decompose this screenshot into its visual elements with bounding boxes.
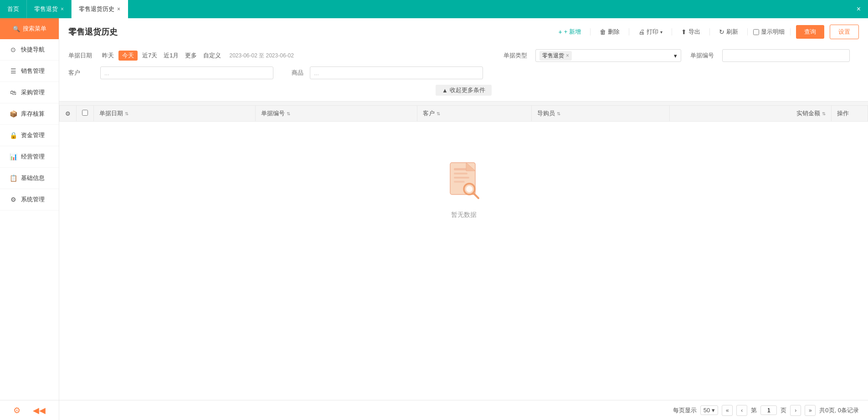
sidebar-item-base-info-label: 基础信息 — [21, 174, 45, 182]
collapse-row: ▲ 收起更多条件 — [68, 84, 859, 99]
sidebar-item-finance-label: 资金管理 — [21, 131, 45, 139]
export-icon: ⬆ — [681, 28, 687, 36]
date-opt-today[interactable]: 今天 — [118, 51, 138, 61]
th-actual-amount[interactable]: 实销金额 ⇅ — [670, 106, 832, 122]
print-label: 打印 — [647, 28, 658, 36]
new-icon: + — [559, 28, 562, 36]
base-info-icon: 📋 — [9, 174, 17, 182]
goods-filter-label: 商品 — [292, 69, 310, 77]
date-opt-custom[interactable]: 自定义 — [201, 51, 223, 61]
voucher-type-select[interactable]: 零售退货 × ▾ — [535, 49, 681, 62]
first-page-button[interactable]: « — [722, 405, 733, 416]
tab-home[interactable]: 首页 — [0, 0, 27, 18]
query-button[interactable]: 查询 — [796, 25, 824, 39]
svg-line-6 — [473, 193, 478, 198]
sort-voucher-no-icon: ⇅ — [287, 111, 290, 116]
divider-4 — [709, 28, 710, 36]
date-opt-more[interactable]: 更多 — [183, 51, 199, 61]
collapse-label: 收起更多条件 — [450, 86, 485, 94]
sidebar-search-button[interactable]: 🔍 搜索菜单 — [0, 18, 59, 39]
th-guide[interactable]: 导购员 ⇅ — [532, 106, 670, 122]
date-opt-yesterday[interactable]: 昨天 — [100, 51, 116, 61]
date-opt-7days[interactable]: 近7天 — [140, 51, 159, 61]
date-opt-1month[interactable]: 近1月 — [162, 51, 180, 61]
prev-page-button[interactable]: ‹ — [736, 405, 747, 416]
th-date[interactable]: 单据日期 ⇅ — [94, 106, 256, 122]
voucher-no-label: 单据编号 — [690, 51, 722, 60]
sort-actual-amount-icon: ⇅ — [822, 111, 826, 116]
filter-row-1: 单据日期 昨天 今天 近7天 近1月 更多 自定义 2023-06-02 至 2… — [68, 49, 859, 62]
sidebar-item-inventory[interactable]: 📦 库存核算 — [0, 103, 59, 125]
sidebar-item-finance[interactable]: 🔒 资金管理 — [0, 125, 59, 146]
sidebar-item-system-mgmt[interactable]: ⚙ 系统管理 — [0, 189, 59, 210]
refresh-button[interactable]: ↻ 刷新 — [715, 26, 742, 38]
sidebar-item-purchase-mgmt[interactable]: 🛍 采购管理 — [0, 82, 59, 103]
date-options: 昨天 今天 近7天 近1月 更多 自定义 2023-06-02 至 2023-0… — [100, 51, 294, 61]
table-header-row: ⚙ 单据日期 ⇅ 单据编号 — [60, 106, 868, 122]
divider-1 — [590, 28, 591, 36]
collapse-button[interactable]: ▲ 收起更多条件 — [436, 85, 492, 96]
tab-retail-return-history-close[interactable]: × — [117, 6, 120, 12]
top-bar-right: × — [857, 5, 868, 13]
sort-guide-icon: ⇅ — [557, 111, 560, 116]
goods-select[interactable]: ... — [310, 67, 483, 79]
date-filter-label: 单据日期 — [68, 51, 100, 60]
sales-mgmt-icon: ☰ — [9, 67, 17, 75]
audio-icon[interactable]: ◀◀ — [33, 405, 46, 415]
print-icon: 🖨 — [638, 28, 645, 36]
export-label: 导出 — [688, 28, 700, 36]
sidebar-item-quick-nav-label: 快捷导航 — [21, 46, 45, 54]
data-table: ⚙ 单据日期 ⇅ 单据编号 — [59, 105, 868, 122]
next-page-button[interactable]: › — [790, 405, 801, 416]
th-customer[interactable]: 客户 ⇅ — [417, 106, 531, 122]
divider-3 — [672, 28, 672, 36]
customer-select[interactable]: ... — [100, 67, 273, 79]
print-button[interactable]: 🖨 打印 ▾ — [635, 26, 666, 38]
export-button[interactable]: ⬆ 导出 — [678, 26, 704, 38]
th-ops: 操作 — [832, 106, 868, 122]
page-title: 零售退货历史 — [68, 26, 118, 37]
delete-icon: 🗑 — [600, 28, 606, 36]
empty-icon — [441, 158, 487, 204]
last-page-button[interactable]: » — [805, 405, 816, 416]
th-settings[interactable]: ⚙ — [60, 106, 77, 122]
delete-button[interactable]: 🗑 删除 — [596, 26, 623, 38]
empty-text: 暂无数据 — [451, 211, 477, 219]
th-checkbox[interactable] — [77, 106, 94, 122]
tab-retail-return-history[interactable]: 零售退货历史 × — [72, 0, 128, 18]
sidebar-item-base-info[interactable]: 📋 基础信息 — [0, 168, 59, 189]
filter-row-2: 客户 ... 商品 ... — [68, 67, 859, 79]
refresh-label: 刷新 — [726, 28, 738, 36]
tab-retail-return[interactable]: 零售退货 × — [27, 0, 72, 18]
select-all-checkbox[interactable] — [82, 110, 88, 116]
sidebar-nav: ⊙ 快捷导航 ☰ 销售管理 🛍 采购管理 📦 库存核算 🔒 资金管理 📊 经 — [0, 39, 59, 400]
voucher-type-tag-close[interactable]: × — [566, 52, 569, 59]
search-icon: 🔍 — [13, 26, 20, 32]
voucher-type-label: 单据类型 — [503, 51, 535, 60]
svg-rect-3 — [454, 177, 469, 179]
page-label: 第 — [751, 406, 757, 415]
system-mgmt-icon: ⚙ — [9, 195, 17, 204]
sidebar-item-quick-nav[interactable]: ⊙ 快捷导航 — [0, 39, 59, 61]
window-close-button[interactable]: × — [857, 5, 861, 13]
tab-retail-return-close[interactable]: × — [61, 6, 64, 12]
page-number-input[interactable] — [760, 405, 777, 415]
content-area: 零售退货历史 + + 新增 🗑 删除 🖨 打印 ▾ — [59, 18, 868, 420]
new-button[interactable]: + + 新增 — [555, 26, 585, 38]
filter-area: 单据日期 昨天 今天 近7天 近1月 更多 自定义 2023-06-02 至 2… — [68, 45, 859, 101]
th-voucher-no[interactable]: 单据编号 ⇅ — [255, 106, 417, 122]
sidebar-item-inventory-label: 库存核算 — [21, 110, 45, 118]
show-detail-checkbox[interactable] — [753, 29, 759, 35]
settings-gear-icon[interactable]: ⚙ — [13, 405, 21, 415]
collapse-up-icon: ▲ — [442, 87, 448, 94]
sort-date-icon: ⇅ — [125, 111, 128, 116]
per-page-select[interactable]: 50 ▾ — [700, 405, 718, 415]
setting-button[interactable]: 设置 — [830, 25, 859, 39]
per-page-chevron-icon: ▾ — [712, 407, 715, 414]
voucher-no-input[interactable] — [722, 49, 850, 62]
sidebar-item-sales-mgmt[interactable]: ☰ 销售管理 — [0, 61, 59, 82]
page-title-row: 零售退货历史 + + 新增 🗑 删除 🖨 打印 ▾ — [68, 25, 859, 39]
show-detail-checkbox-label[interactable]: 显示明细 — [753, 28, 785, 36]
sidebar-item-sales-mgmt-label: 销售管理 — [21, 67, 45, 75]
sidebar-item-operations[interactable]: 📊 经营管理 — [0, 146, 59, 168]
